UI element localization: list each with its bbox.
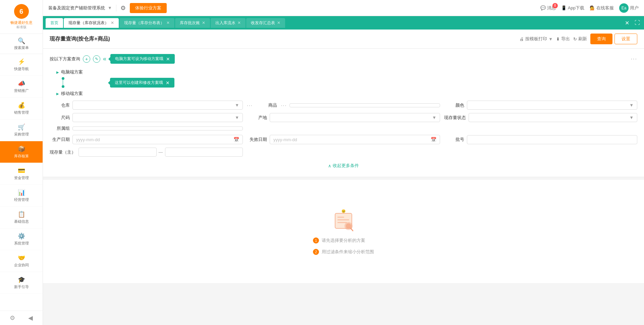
tab-batch-account[interactable]: 库存批次账 ✕ (175, 18, 210, 28)
filter-select-stock-status-arrow: ▼ (629, 115, 634, 120)
empty-step-2: 2 用过滤条件来缩小分析范围 (313, 248, 374, 256)
filter-date-expire-start[interactable]: yyyy-mm-dd 📅 (270, 135, 440, 144)
tab-inventory-dist-close[interactable]: ✕ (166, 20, 170, 25)
empty-step-1-text: 请先选择要分析的方案 (322, 236, 365, 245)
sidebar-item-guide[interactable]: 🎓 新手引导 (0, 272, 43, 294)
tab-inventory-dist[interactable]: 现存量（库存分布表） ✕ (119, 18, 174, 28)
query-button[interactable]: 查询 (590, 34, 612, 44)
tab-close-all-btn[interactable]: ✕ (624, 18, 631, 28)
filter-edit-btn[interactable]: ✎ (93, 55, 100, 63)
tooltip-create-scheme-text: 这里可以创建和修改方案哦 (115, 80, 163, 86)
sidebar-item-marketing[interactable]: 📣 营销推广 (0, 76, 43, 98)
tab-home[interactable]: 首页 (46, 18, 63, 28)
filter-select-warehouse-arrow: ▼ (235, 103, 239, 108)
filter-field-group: 所属组 (50, 125, 243, 131)
tab-actions: ✕ ⛶ (624, 18, 641, 28)
tab-collect-summary[interactable]: 收发存汇总表 ✕ (246, 18, 285, 28)
sidebar-item-enterprise[interactable]: 🤝 企业协同 (0, 250, 43, 272)
filter-collapse-btn[interactable]: ∧ 收起更多条件 (50, 160, 637, 171)
empty-state: 😐 1 请先选择要分析的方案 2 用过滤条件来缩小分析范围 (43, 180, 644, 283)
system-name: 装备及固定资产辅助管理系统 (48, 5, 105, 11)
message-icon: 💬 (540, 5, 546, 10)
filter-field-color: 颜色 ▼ (444, 101, 637, 110)
product-dots[interactable]: ··· (247, 103, 253, 108)
topbar-settings-btn[interactable]: ⚙ (120, 4, 126, 12)
scheme-mobile-label[interactable]: 移动端方案 (61, 91, 83, 97)
tab-inventory-status[interactable]: 现存量（库存状况表） ✕ (64, 18, 119, 28)
sidebar-item-sales[interactable]: 💰 销售管理 (0, 98, 43, 119)
trial-button[interactable]: 体验行业方案 (130, 3, 167, 13)
sidebar-item-label: 采购管理 (14, 132, 29, 137)
topbar-system: 装备及固定资产辅助管理系统 ▼ (48, 5, 112, 11)
empty-step-1: 1 请先选择要分析的方案 (313, 236, 374, 245)
filter-range-stock-start[interactable] (78, 148, 157, 157)
filter-dots-menu[interactable]: ··· (631, 56, 637, 62)
topbar-app-download[interactable]: 📱 App下载 (561, 5, 584, 11)
sidebar-item-purchase[interactable]: 🛒 采购管理 (0, 119, 43, 141)
collapse-label: 收起更多条件 (333, 163, 359, 169)
sidebar-item-quick-nav[interactable]: ⚡ 快捷导航 (0, 54, 43, 76)
filter-date-expire-start-placeholder: yyyy-mm-dd (273, 137, 297, 142)
tabbar: 首页 现存量（库存状况表） ✕ 现存量（库存分布表） ✕ 库存批次账 ✕ 出入库… (43, 16, 644, 30)
sidebar-item-label: 基础信息 (14, 219, 29, 224)
reset-button[interactable]: 设置 (614, 34, 637, 44)
topbar-message[interactable]: 💬 消息 8 (540, 5, 556, 11)
topbar-right: 💬 消息 8 📱 App下载 💁 在线客服 Ea 用户 (540, 3, 639, 13)
filter-back-btn[interactable]: « (103, 55, 106, 62)
filter-input-batch[interactable] (467, 135, 637, 144)
filter-select-group[interactable] (72, 126, 243, 130)
sidebar-item-basics[interactable]: 📋 基础信息 (0, 207, 43, 228)
empty-step-num-2: 2 (313, 249, 319, 255)
filter-select-stock-status[interactable]: ▼ (469, 113, 637, 122)
filter-select-size[interactable]: ▼ (72, 113, 243, 122)
tab-maximize-btn[interactable]: ⛶ (633, 18, 641, 27)
print-icon: 🖨 (520, 37, 524, 42)
filter-label-prod-date: 生产日期 (50, 137, 70, 143)
sidebar-item-label: 经营管理 (14, 197, 29, 202)
tab-inventory-status-close[interactable]: ✕ (111, 20, 114, 25)
sidebar-settings-btn[interactable]: ⚙ (10, 314, 15, 322)
sidebar-collapse-btn[interactable]: ◀ (28, 314, 33, 322)
sidebar-item-finance[interactable]: 💳 资金管理 (0, 163, 43, 185)
filter-range-stock-qty: — (78, 148, 243, 157)
system-dropdown-icon[interactable]: ▼ (108, 5, 112, 10)
tooltip-pc-close[interactable]: ✕ (166, 56, 170, 62)
sidebar-item-system[interactable]: ⚙️ 系统管理 (0, 228, 43, 250)
filter-field-expire-date: 失效日期 yyyy-mm-dd 📅 (247, 135, 440, 144)
tab-batch-account-close[interactable]: ✕ (202, 20, 205, 25)
scheme-pc-label[interactable]: 电脑端方案 (61, 69, 83, 75)
filter-select-product[interactable] (289, 103, 440, 107)
product-dots-right[interactable]: ··· (281, 103, 287, 108)
filter-select-color[interactable]: ▼ (467, 101, 637, 110)
sidebar-item-operations[interactable]: 📊 经营管理 (0, 185, 43, 207)
inventory-icon: 📦 (18, 145, 25, 153)
filter-add-btn[interactable]: + (83, 55, 90, 63)
filter-select-warehouse[interactable]: ▼ (72, 101, 243, 110)
scheme-list: ▶ 电脑端方案 这里可以创建和修改方案哦 ✕ (56, 68, 637, 98)
refresh-btn[interactable]: ↻ 刷新 (573, 36, 587, 42)
search-icon: 🔍 (18, 37, 25, 45)
filter-label-group: 所属组 (50, 125, 70, 131)
filter-select-origin[interactable]: ▼ (270, 113, 440, 122)
refresh-icon: ↻ (573, 37, 577, 42)
topbar-user[interactable]: Ea 用户 (619, 3, 639, 13)
filter-date-prod-start[interactable]: yyyy-mm-dd 📅 (72, 135, 243, 144)
tab-collect-summary-close[interactable]: ✕ (277, 20, 280, 25)
sidebar-search[interactable]: 🔍 搜索菜单 (0, 34, 43, 54)
topbar-support[interactable]: 💁 在线客服 (590, 5, 614, 11)
filter-select-color-arrow: ▼ (629, 103, 634, 108)
tab-in-out-flow-close[interactable]: ✕ (237, 20, 241, 25)
filter-row-4: 生产日期 yyyy-mm-dd 📅 失效日期 yyyy-mm-dd 📅 (50, 135, 637, 144)
filter-field-batch: 批号 (444, 135, 637, 144)
export-btn[interactable]: ⬇ 导出 (556, 36, 570, 42)
enterprise-icon: 🤝 (18, 254, 25, 262)
print-btn[interactable]: 🖨 按模板打印 ▼ (520, 36, 553, 42)
tooltip-create-close[interactable]: ✕ (166, 80, 170, 86)
sidebar-item-inventory[interactable]: 📦 库存核算 (0, 141, 43, 163)
filter-range-stock-end[interactable] (165, 148, 243, 157)
tab-inventory-dist-label: 现存量（库存分布表） (124, 20, 164, 26)
filter-rows: 仓库 ▼ ··· 商品 ··· (50, 101, 637, 157)
tab-in-out-flow[interactable]: 出入库流水 ✕ (211, 18, 246, 28)
filter-select-size-arrow: ▼ (235, 115, 239, 120)
export-icon: ⬇ (556, 37, 560, 42)
